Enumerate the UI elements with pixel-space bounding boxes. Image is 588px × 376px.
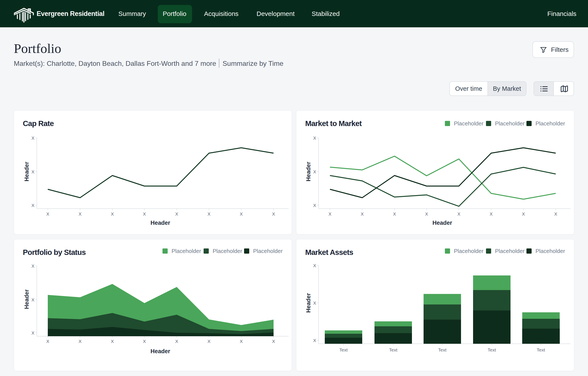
svg-text:X: X (207, 339, 211, 344)
svg-text:X: X (240, 211, 243, 216)
svg-text:X: X (393, 211, 396, 216)
svg-text:X: X (207, 211, 211, 216)
svg-text:Header: Header (150, 220, 170, 226)
svg-text:X: X (111, 211, 114, 216)
svg-text:Placeholder: Placeholder (535, 248, 565, 254)
svg-text:X: X (425, 211, 428, 216)
svg-text:Placeholder: Placeholder (495, 120, 525, 127)
svg-text:X: X (554, 211, 557, 216)
svg-text:Header: Header (305, 162, 312, 181)
svg-text:Text: Text (438, 347, 447, 352)
svg-text:X: X (46, 211, 49, 216)
svg-text:X: X (328, 211, 331, 216)
svg-text:X: X (32, 203, 34, 208)
svg-text:X: X (79, 211, 82, 216)
svg-text:X: X (175, 211, 178, 216)
svg-text:X: X (32, 263, 34, 268)
svg-text:X: X (313, 203, 316, 208)
svg-text:X: X (522, 211, 525, 216)
svg-text:Placeholder: Placeholder (454, 248, 484, 254)
svg-text:X: X (111, 339, 114, 344)
svg-text:X: X (313, 301, 316, 305)
svg-text:X: X (457, 211, 460, 216)
svg-text:X: X (240, 339, 243, 344)
svg-text:Text: Text (389, 347, 397, 352)
svg-text:X: X (313, 136, 316, 140)
svg-text:X: X (272, 211, 275, 216)
svg-text:X: X (313, 263, 316, 268)
svg-text:Header: Header (305, 293, 312, 313)
svg-text:X: X (361, 211, 364, 216)
svg-text:X: X (143, 211, 146, 216)
svg-text:Header: Header (23, 162, 30, 181)
svg-text:Header: Header (150, 348, 170, 355)
svg-text:X: X (79, 339, 82, 344)
svg-text:X: X (313, 169, 316, 174)
svg-text:Placeholder: Placeholder (535, 120, 565, 127)
svg-text:X: X (490, 211, 493, 216)
svg-text:Placeholder: Placeholder (454, 120, 484, 127)
svg-text:Text: Text (488, 347, 496, 352)
svg-text:Placeholder: Placeholder (213, 248, 242, 254)
svg-text:X: X (313, 338, 316, 343)
svg-text:X: X (143, 339, 146, 344)
svg-text:Placeholder: Placeholder (253, 248, 283, 254)
svg-text:X: X (32, 297, 34, 302)
svg-text:Header: Header (23, 289, 30, 309)
svg-text:Text: Text (537, 347, 545, 352)
svg-text:X: X (32, 330, 34, 335)
svg-text:Text: Text (339, 347, 348, 352)
svg-text:X: X (272, 339, 275, 344)
svg-text:Placeholder: Placeholder (171, 248, 201, 254)
svg-text:X: X (46, 339, 49, 344)
svg-text:X: X (32, 136, 34, 140)
svg-text:Placeholder: Placeholder (495, 248, 525, 254)
svg-text:X: X (32, 169, 34, 174)
svg-text:X: X (175, 339, 178, 344)
svg-text:Header: Header (432, 220, 452, 226)
